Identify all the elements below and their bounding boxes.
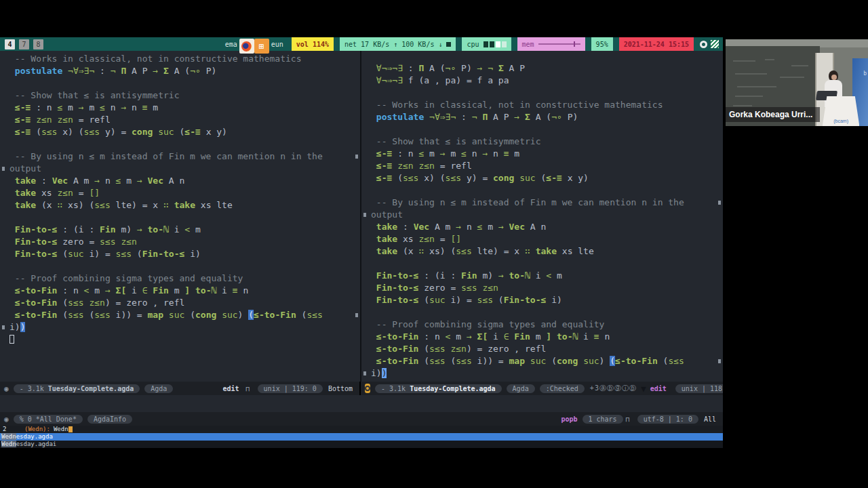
code-line: -- Proof combining sigma types and equal… [371, 319, 723, 331]
code-line: ≤-≡ : n ≤ m → m ≤ n → n ≡ m [9, 102, 360, 114]
code-line: -- Proof combining sigma types and equal… [9, 272, 360, 285]
code-line: postulate ¬∀⇒∃¬ : ¬ Π A P → Σ A (¬∘ P) [9, 65, 360, 77]
network-text: net 17 KB/s ↑ 100 KB/s ↓ [344, 41, 443, 48]
buffer-name[interactable]: - 3.1k Tuesday-Complete.agda [14, 384, 140, 393]
encoding-position: utf-8 | 1: 0 [637, 415, 698, 424]
scroll-position: All [704, 415, 716, 423]
code-line: Fin-to-≤ (suc i) = s≤s (Fin-to-≤ i) [9, 248, 360, 260]
match-highlight: Wedn [1, 433, 16, 440]
cpu-block [496, 41, 500, 47]
buffer-size: - 3.1k [20, 385, 44, 392]
code-line: take xs z≤n = [] [371, 233, 723, 245]
code-line: ∀¬⇒¬∃ f (a , pa) = f a pa [371, 75, 723, 87]
code-line: ≤-≡ z≤n z≤n = refl [371, 160, 723, 172]
cpu-block [490, 41, 494, 47]
code-line: i)) [9, 321, 360, 333]
buffer-size: - 3.1k [381, 385, 406, 392]
code-line: take : Vec A m → n ≤ m → Vec A n [371, 221, 723, 233]
code-line: postulate ¬∀⇒∃¬ : ¬ Π A P → Σ A (¬∘ P) [371, 111, 723, 123]
modeline-agda-info: ◉ % 0 *All Done* AgdaInfo popb 1 chars ⊓… [0, 412, 723, 426]
code-pane-left[interactable]: -- Works in classical, not in constructi… [0, 51, 360, 382]
plus-tray-icon[interactable]: ⊞ [254, 39, 269, 54]
code-line: ≤-to-Fin : n < m → Σ[ i ∈ Fin m ] to-ℕ i… [371, 331, 723, 343]
major-mode[interactable]: Agda [144, 384, 173, 393]
code-line: ∀¬⇒¬∃ : Π A (¬∘ P) → ¬ Σ A P [371, 62, 723, 75]
plus-icon: ⊞ [259, 41, 264, 52]
code-line: Fin-to-≤ : (i : Fin m) → to-ℕ i < m [371, 270, 723, 282]
code-line: -- By using n ≤ m instead of Fin m we ca… [371, 197, 723, 209]
stripes-tray-icon[interactable] [711, 40, 719, 48]
code-line [371, 87, 723, 99]
camera-tray-icon[interactable] [700, 41, 707, 48]
encoding-position: unix | 119: 0 [258, 384, 323, 393]
code-line: output [9, 163, 360, 175]
line-continuation-icon [2, 167, 5, 171]
memory-knob [574, 41, 575, 47]
candidate-rest: esday.agdai [16, 441, 57, 447]
memory-indicator: mem [517, 37, 585, 51]
candidate-rest: esday.agda [16, 433, 53, 440]
agda-info-window[interactable] [0, 395, 723, 412]
buffer-file: Tuesday-Complete.agda [48, 385, 134, 392]
chars-count: 1 chars [583, 415, 623, 424]
tray-text-right: eun [271, 41, 283, 48]
workspace-7[interactable]: 7 [19, 39, 29, 49]
line-wrap-icon [718, 201, 721, 205]
agda-checked-status: :Checked [540, 384, 585, 393]
battery-indicator: 95% [591, 37, 613, 51]
buffer-name[interactable]: % 0 *All Done* [14, 415, 83, 424]
checker-badges: +3ⓐⓑⓖⓘⓑ [590, 384, 637, 393]
active-window-icon [365, 384, 370, 393]
buffer-name[interactable]: - 3.1k Tuesday-Complete.agda [375, 384, 502, 393]
code-line: take xs z≤n = [] [9, 187, 360, 199]
code-line: ≤-≡ : n ≤ m → m ≤ n → n ≡ m [371, 148, 723, 160]
code-line [9, 138, 360, 150]
match-highlight: Wedn [1, 441, 16, 447]
code-line [371, 123, 723, 136]
code-line: -- Works in classical, not in constructi… [9, 53, 360, 65]
memory-bar [538, 43, 580, 45]
code-line: ≤-≡ (s≤s x) (s≤s y) = cong suc (≤-≡ x y) [9, 126, 360, 138]
major-mode[interactable]: AgdaInfo [87, 415, 132, 424]
scroll-position: Bottom [328, 385, 353, 392]
indent-glyph: ⊓ [626, 415, 630, 423]
firefox-icon [241, 41, 252, 52]
major-mode[interactable]: Agda [507, 384, 535, 393]
presenter-name-caption: Gorka Kobeaga Urri... [726, 107, 820, 122]
popb-indicator: popb [561, 415, 577, 423]
code-line: ≤-≡ (s≤s x) (s≤s y) = cong suc (≤-≡ x y) [371, 172, 723, 184]
firefox-tray-icon[interactable] [239, 39, 254, 54]
minibuffer[interactable]: 2 (Wedn): Wedn [0, 426, 723, 433]
completion-item[interactable]: Wednesday.agda [0, 433, 723, 441]
code-line [9, 77, 360, 89]
candidate-count: 2 [3, 426, 9, 433]
tray-text-left: ema [225, 41, 237, 48]
network-indicator: net 17 KB/s ↑ 100 KB/s ↓ [340, 37, 456, 51]
code-line: ≤-to-Fin (s≤s (s≤s i)) = map suc (cong s… [9, 309, 360, 321]
minibuffer-input[interactable]: Wedn [54, 426, 68, 433]
line-wrap-icon [355, 155, 358, 159]
code-line: Fin-to-≤ zero = s≤s z≤n [9, 236, 360, 248]
emacs-frame: -- Works in classical, not in constructi… [0, 51, 723, 382]
code-line: ≤-to-Fin : n < m → Σ[ i ∈ Fin m ] to-ℕ i… [9, 285, 360, 297]
volume-indicator[interactable]: vol 114% [292, 37, 334, 51]
code-line [371, 306, 723, 319]
code-line: Fin-to-≤ zero = s≤s z≤n [371, 282, 723, 294]
separator-triangle-icon: ▼ [641, 384, 646, 394]
code-line: i)) [371, 367, 723, 380]
indent-glyph: ⊓ [246, 385, 250, 392]
cpu-indicator: cpu [462, 37, 511, 51]
modeline-right: - 3.1k Tuesday-Complete.agda Agda :Check… [361, 382, 723, 395]
evil-state: edit [650, 385, 667, 392]
banner-logo: b [863, 70, 867, 77]
evil-state: edit [222, 385, 239, 392]
code-line [9, 333, 360, 346]
podium-logo: (bcam) [823, 119, 860, 123]
workspace-8[interactable]: 8 [33, 39, 43, 49]
video-frame: 478 ema ⊞ eun vol 114% net 17 KB/s ↑ 100… [0, 0, 868, 488]
completion-item[interactable]: Wednesday.agdai [0, 441, 723, 448]
code-pane-right[interactable]: ∀¬⇒¬∃ : Π A (¬∘ P) → ¬ Σ A P ∀¬⇒¬∃ f (a … [360, 51, 723, 382]
cpu-block [502, 41, 507, 47]
code-line: take : Vec A m → n ≤ m → Vec A n [9, 175, 360, 187]
workspace-4[interactable]: 4 [5, 39, 15, 49]
